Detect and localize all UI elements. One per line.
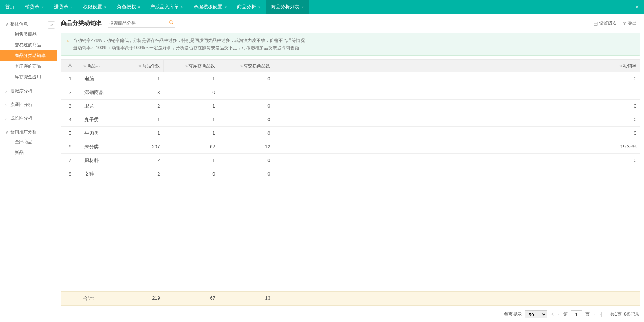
tab[interactable]: 权限设置× <box>78 0 112 14</box>
row-count: 1 <box>123 113 164 126</box>
tab[interactable]: 进货单× <box>49 0 78 14</box>
row-stock: 0 <box>164 86 219 99</box>
col-trade-header[interactable]: ⇅有交易商品数 <box>219 59 274 72</box>
col-stock-header[interactable]: ⇅有库存商品数 <box>164 59 219 72</box>
close-all-tabs[interactable]: ✕ <box>635 4 640 10</box>
row-rate <box>274 86 640 99</box>
first-page[interactable]: K <box>550 311 554 318</box>
sidebar-item[interactable]: 库存资金占用 <box>0 72 57 82</box>
table-row[interactable]: 3卫龙2100 <box>61 99 640 113</box>
tab[interactable]: 首页 <box>0 0 20 14</box>
sidebar-item[interactable]: 全部商品 <box>0 137 57 147</box>
tab-bar: 首页销货单×进货单×权限设置×角色授权×产成品入库单×单据模板设置×商品分析×商… <box>0 0 644 14</box>
row-rate: 0 <box>274 99 640 113</box>
row-name: 电脑 <box>79 72 123 86</box>
set-level-button[interactable]: ▤ 设置级次 <box>594 20 617 26</box>
export-icon: ⇪ <box>623 21 626 26</box>
sidebar-group[interactable]: ›流通性分析 <box>0 100 57 109</box>
pager: 每页显示 50 K ‹ 第 页 › ⟩| 共1页, 8条记录 <box>57 308 644 322</box>
table-row[interactable]: 7原材料2100 <box>61 153 640 167</box>
page-input[interactable] <box>571 310 582 318</box>
row-stock: 0 <box>164 167 219 181</box>
row-stock: 1 <box>164 72 219 86</box>
tab[interactable]: 产成品入库单× <box>145 0 188 14</box>
table-row[interactable]: 6未分类207621219.35% <box>61 140 640 153</box>
prev-page[interactable]: ‹ <box>557 311 560 318</box>
row-name: 原材料 <box>79 153 123 167</box>
close-icon[interactable]: × <box>138 5 140 9</box>
total-stock: 67 <box>164 295 219 302</box>
chevron-icon: › <box>5 89 9 94</box>
col-count-header[interactable]: ⇅商品个数 <box>123 59 164 72</box>
row-count: 3 <box>123 86 164 99</box>
table-row[interactable]: 8女鞋200 <box>61 167 640 181</box>
tip-box: ☼ 当动销率<70%：动销率偏低，分析是否存在品种过多，特别是同质同类品种过多，… <box>61 33 640 56</box>
pager-summary: 共1页, 8条记录 <box>610 311 640 318</box>
table-row[interactable]: 2滞销商品301 <box>61 86 640 99</box>
sidebar-item[interactable]: 交易过的商品 <box>0 40 57 50</box>
per-page-select[interactable]: 50 <box>525 310 547 318</box>
total-trade: 13 <box>219 295 274 302</box>
search-input[interactable] <box>108 19 175 28</box>
chevron-icon: › <box>5 116 9 121</box>
row-stock: 1 <box>164 126 219 140</box>
close-icon[interactable]: × <box>302 5 304 9</box>
row-trade: 1 <box>219 86 274 99</box>
row-count: 2 <box>123 153 164 167</box>
row-stock: 1 <box>164 113 219 126</box>
tab[interactable]: 销货单× <box>20 0 49 14</box>
table-row[interactable]: 1电脑1100 <box>61 72 640 86</box>
row-rate: 0 <box>274 113 640 126</box>
row-rate: 0 <box>274 72 640 86</box>
sidebar-item[interactable]: 商品分类动销率 <box>0 50 57 61</box>
close-icon[interactable]: × <box>104 5 107 9</box>
total-label: 合计: <box>79 295 123 302</box>
row-count: 1 <box>123 126 164 140</box>
sidebar-group[interactable]: ›贡献度分析 <box>0 87 57 96</box>
tab[interactable]: 角色授权× <box>112 0 145 14</box>
row-name: 丸子类 <box>79 113 123 126</box>
col-name-header[interactable]: ⇅商品… <box>79 59 123 72</box>
row-trade: 0 <box>219 99 274 113</box>
tab[interactable]: 商品分析× <box>232 0 266 14</box>
last-page[interactable]: ⟩| <box>598 311 603 318</box>
svg-point-2 <box>69 65 71 66</box>
sidebar-item[interactable]: 新品 <box>0 147 57 158</box>
close-icon[interactable]: × <box>258 5 260 9</box>
search-icon[interactable] <box>169 20 174 26</box>
row-index: 5 <box>61 126 79 140</box>
page-suffix: 页 <box>585 311 590 318</box>
row-name: 女鞋 <box>79 167 123 181</box>
row-stock: 1 <box>164 153 219 167</box>
chevron-icon: ∨ <box>5 22 9 27</box>
tab[interactable]: 单据模板设置× <box>188 0 232 14</box>
sidebar-group[interactable]: ∨营销推广分析 <box>0 127 57 137</box>
export-button[interactable]: ⇪ 导出 <box>623 20 637 26</box>
lightbulb-icon: ☼ <box>66 37 70 52</box>
tip-line: 当动销率>=100%：动销率高于100%不一定是好事，分析是否存在缺货或是品类不… <box>73 44 305 51</box>
close-icon[interactable]: × <box>224 5 227 9</box>
tab[interactable]: 商品分析列表× <box>266 0 309 14</box>
row-name: 卫龙 <box>79 99 123 113</box>
close-icon[interactable]: × <box>181 5 183 9</box>
row-count: 2 <box>123 99 164 113</box>
col-rate-header[interactable]: ⇅动销率 <box>274 59 640 72</box>
sidebar-item[interactable]: 销售类商品 <box>0 29 57 40</box>
per-page-label: 每页显示 <box>504 311 522 318</box>
svg-point-0 <box>169 21 172 23</box>
row-index: 4 <box>61 113 79 126</box>
table-row[interactable]: 4丸子类1100 <box>61 113 640 126</box>
table-row[interactable]: 5牛肉类1100 <box>61 126 640 140</box>
close-icon[interactable]: × <box>42 5 44 9</box>
collapse-sidebar[interactable]: « <box>48 21 55 29</box>
sidebar-item[interactable]: 有库存的商品 <box>0 61 57 72</box>
row-rate <box>274 167 640 181</box>
settings-column[interactable] <box>61 59 79 72</box>
chevron-icon: ∨ <box>5 130 9 135</box>
total-row: 合计: 219 67 13 <box>61 291 640 306</box>
row-count: 1 <box>123 72 164 86</box>
close-icon[interactable]: × <box>71 5 73 9</box>
sidebar-group[interactable]: ›成长性分析 <box>0 114 57 123</box>
next-page[interactable]: › <box>593 311 596 318</box>
row-name: 滞销商品 <box>79 86 123 99</box>
